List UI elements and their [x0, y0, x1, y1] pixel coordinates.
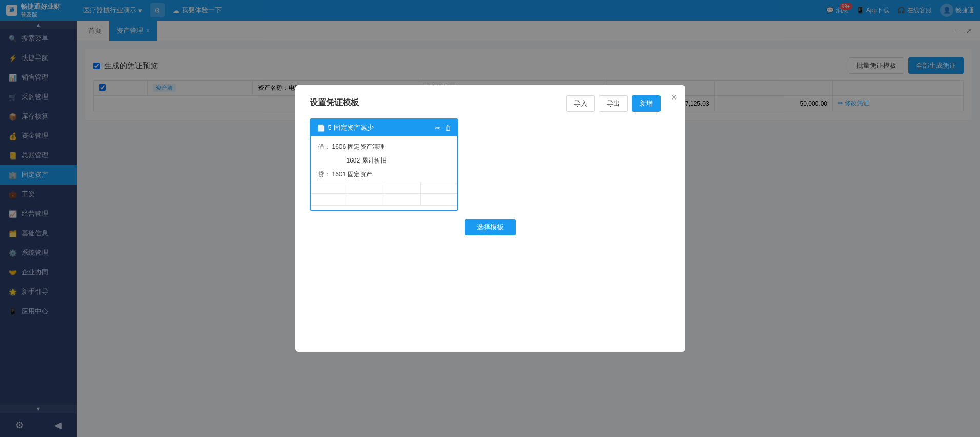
- entry-type-2: [318, 156, 332, 165]
- grid-cell: [311, 194, 348, 205]
- grid-cell: [311, 182, 348, 193]
- entry-account-2: 1602 累计折旧: [332, 156, 450, 165]
- template-entry-3: 贷： 1601 固定资产: [311, 168, 457, 182]
- import-button[interactable]: 导入: [566, 95, 595, 112]
- new-template-button[interactable]: 新增: [632, 95, 661, 112]
- entry-type-3: 贷：: [318, 170, 332, 179]
- template-grid: [311, 182, 457, 206]
- template-edit-icon[interactable]: ✏: [435, 124, 441, 132]
- select-template-button[interactable]: 选择模板: [465, 219, 516, 235]
- modal-overlay[interactable]: 设置凭证模板 导入 导出 新增 × 📄 5-固定资产减少 ✏ 🗑: [0, 0, 980, 437]
- grid-cell: [421, 194, 457, 205]
- entry-type-1: 借：: [318, 143, 332, 151]
- grid-cell: [384, 194, 421, 205]
- modal-toolbar: 导入 导出 新增: [566, 95, 661, 112]
- template-document-icon: 📄: [317, 124, 325, 132]
- grid-cell: [347, 182, 384, 193]
- template-entry-2: 1602 累计折旧: [311, 154, 457, 168]
- template-card: 📄 5-固定资产减少 ✏ 🗑 借： 1606 固定资产清理 1602 累计折旧: [310, 118, 458, 211]
- grid-cell: [347, 194, 384, 205]
- template-header-left: 📄 5-固定资产减少: [317, 123, 374, 132]
- template-entry-1: 借： 1606 固定资产清理: [311, 140, 457, 154]
- voucher-template-modal: 设置凭证模板 导入 导出 新增 × 📄 5-固定资产减少 ✏ 🗑: [295, 85, 685, 352]
- template-name: 5-固定资产减少: [328, 123, 374, 132]
- template-delete-icon[interactable]: 🗑: [445, 124, 451, 132]
- template-grid-row-2: [311, 194, 457, 206]
- entry-account-1: 1606 固定资产清理: [332, 143, 450, 151]
- template-header-actions: ✏ 🗑: [435, 124, 451, 132]
- entry-account-3: 1601 固定资产: [332, 170, 450, 179]
- modal-close-button[interactable]: ×: [671, 92, 677, 103]
- export-button[interactable]: 导出: [599, 95, 628, 112]
- grid-cell: [421, 182, 457, 193]
- template-card-header: 📄 5-固定资产减少 ✏ 🗑: [311, 120, 457, 136]
- template-grid-row-1: [311, 182, 457, 194]
- template-card-body: 借： 1606 固定资产清理 1602 累计折旧 贷： 1601 固定资产: [311, 136, 457, 210]
- grid-cell: [384, 182, 421, 193]
